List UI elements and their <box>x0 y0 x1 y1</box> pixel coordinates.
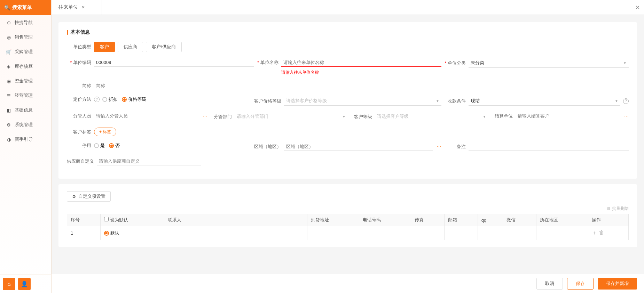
help-icon2[interactable]: ? <box>623 98 629 104</box>
disabled-no-radio[interactable] <box>109 143 114 148</box>
disabled-no-option[interactable]: 否 <box>109 143 120 149</box>
row-qq[interactable] <box>478 226 503 240</box>
row-wechat[interactable] <box>503 226 536 240</box>
short-name-label: 简称 <box>67 83 91 89</box>
manager-more-icon[interactable]: ··· <box>203 113 207 119</box>
tab-close-partners[interactable]: ✕ <box>81 5 85 10</box>
region-more-icon[interactable]: ··· <box>437 144 441 150</box>
unit-code-input[interactable] <box>94 58 254 67</box>
tab-partners[interactable]: 往来单位✕ <box>52 0 102 15</box>
chevron-down-icon5: ▼ <box>483 115 486 119</box>
short-name-input[interactable] <box>94 82 629 90</box>
home-icon[interactable]: ⌂ <box>3 278 15 290</box>
row-phone[interactable] <box>359 226 411 240</box>
pricing-discount-label: 折扣 <box>109 96 118 103</box>
window-close-button[interactable]: ✕ <box>635 4 640 11</box>
manager-input[interactable] <box>94 112 198 120</box>
disabled-no-label: 否 <box>115 143 120 149</box>
unit-category-label: 单位分类 <box>441 60 466 66</box>
department-select[interactable]: 请输入分管部门 ▼ <box>235 112 348 121</box>
settlement-unit-input[interactable] <box>516 112 620 120</box>
unit-type-group: 客户 供应商 客户/供应商 <box>94 42 182 52</box>
cancel-button[interactable]: 取消 <box>536 278 563 290</box>
sidebar-item-system[interactable]: ⚙系统管理 <box>0 117 51 132</box>
unit-type-customer[interactable]: 客户 <box>94 42 115 52</box>
custom-settings-button[interactable]: ⚙ 自定义项设置 <box>67 191 111 202</box>
region-label: 区域（地区） <box>254 144 281 150</box>
customer-level-select[interactable]: 请选择客户等级 ▼ <box>375 112 488 121</box>
short-name-row: 简称 <box>67 82 629 90</box>
search-menu[interactable]: 🔍 搜索菜单 <box>0 0 51 15</box>
search-label: 搜索菜单 <box>12 5 32 11</box>
sidebar-item-finance[interactable]: ◉资金管理 <box>0 74 51 88</box>
sidebar-item-sales[interactable]: ◎销售管理 <box>0 30 51 44</box>
row-fax[interactable] <box>411 226 444 240</box>
batch-delete-label[interactable]: 批量删除 <box>612 206 629 211</box>
region-input[interactable] <box>284 143 433 151</box>
sidebar-icon-inventory: ◈ <box>6 63 12 70</box>
unit-category-select[interactable]: 未分类 ▼ <box>469 58 629 68</box>
row-no: 1 <box>67 226 101 240</box>
disabled-yes-radio[interactable] <box>94 143 99 148</box>
pricing-level-radio[interactable] <box>122 97 127 102</box>
remarks-label: 备注 <box>441 144 466 150</box>
manager-field: 分管人员 ··· <box>67 112 207 120</box>
col-header-微信: 微信 <box>503 214 536 226</box>
sidebar-item-inventory[interactable]: ◈库存核算 <box>0 59 51 74</box>
table-header: 序号 设为默认联系人到货地址电话号码传真邮箱qq微信所在地区操作 <box>67 214 629 226</box>
delete-row-button[interactable]: 🗑 <box>599 230 604 236</box>
unit-name-label: 单位名称 <box>254 59 278 66</box>
save-and-new-button[interactable]: 保存并新增 <box>598 278 637 290</box>
unit-name-input[interactable] <box>281 58 441 67</box>
add-tag-button[interactable]: + 标签 <box>94 128 116 136</box>
supplier-custom-input[interactable] <box>97 157 201 165</box>
default-radio[interactable] <box>104 231 109 236</box>
select-all-checkbox[interactable] <box>104 217 109 221</box>
user-icon[interactable]: 👤 <box>18 278 31 290</box>
pricing-discount-option[interactable]: 折扣 <box>102 96 118 103</box>
supplier-custom-row: 供应商自定义 <box>67 157 629 165</box>
pricing-discount-radio[interactable] <box>102 97 107 102</box>
tab-close-new-partner[interactable]: ✕ <box>91 20 95 25</box>
chevron-down-icon2: ▼ <box>436 99 439 103</box>
unit-type-supplier[interactable]: 供应商 <box>118 42 143 52</box>
sidebar-item-purchase[interactable]: 🛒采购管理 <box>0 44 51 59</box>
department-field: 分管部门 请输入分管部门 ▼ <box>207 112 348 121</box>
main-area: 首页往来单位✕新增往来单位✕ ✕ 基本信息 单位类型 客户 供应商 客户/供应商 <box>52 0 644 293</box>
sidebar-item-operations[interactable]: ☰经营管理 <box>0 88 51 103</box>
customer-price-level-field: 客户价格等级 请选择客户价格等级 ▼ <box>254 96 441 106</box>
settlement-unit-field: 结算单位 ··· <box>488 112 629 120</box>
sidebar-item-guide[interactable]: ◑新手引导 <box>0 132 51 147</box>
sidebar-item-quick-nav[interactable]: ⊙快捷导航 <box>0 15 51 30</box>
pricing-method-field: 定价方法 ? 折扣 价格等级 <box>67 96 254 103</box>
unit-name-error: 请输入往来单位名称 <box>281 70 319 75</box>
sidebar-label-inventory: 库存核算 <box>15 63 33 70</box>
unit-type-both[interactable]: 客户/供应商 <box>146 42 182 52</box>
help-icon[interactable]: ? <box>94 97 100 102</box>
disabled-yes-option[interactable]: 是 <box>94 143 105 149</box>
customer-level-placeholder: 请选择客户等级 <box>377 113 409 120</box>
settlement-more-icon[interactable]: ··· <box>624 113 629 119</box>
gear-icon: ⚙ <box>72 194 76 199</box>
pricing-level-option[interactable]: 价格等级 <box>122 96 146 103</box>
row-contact[interactable] <box>164 226 307 240</box>
row-region[interactable] <box>536 226 588 240</box>
col-header-所在地区: 所在地区 <box>536 214 588 226</box>
unit-type-label: 单位类型 <box>67 44 91 50</box>
contact-input[interactable] <box>168 229 230 237</box>
pricing-level-label: 价格等级 <box>128 96 146 103</box>
default-radio-item[interactable]: 默认 <box>104 230 160 236</box>
department-placeholder: 请输入分管部门 <box>237 113 268 120</box>
col-header-联系人: 联系人 <box>164 214 307 226</box>
row-address[interactable] <box>307 226 359 240</box>
pricing-row: 定价方法 ? 折扣 价格等级 <box>67 96 629 106</box>
tags-label: 客户标签 <box>67 129 91 135</box>
col-header-设为默认: 设为默认 <box>100 214 164 226</box>
save-button[interactable]: 保存 <box>567 278 594 290</box>
sidebar-item-basic-info[interactable]: ◧基础信息 <box>0 103 51 117</box>
payment-terms-select[interactable]: 现结 ▼ <box>469 96 620 106</box>
customer-price-level-select[interactable]: 请选择客户价格等级 ▼ <box>284 96 441 106</box>
add-row-button[interactable]: ＋ <box>592 229 597 237</box>
remarks-input[interactable] <box>469 143 629 151</box>
row-email[interactable] <box>444 226 478 240</box>
